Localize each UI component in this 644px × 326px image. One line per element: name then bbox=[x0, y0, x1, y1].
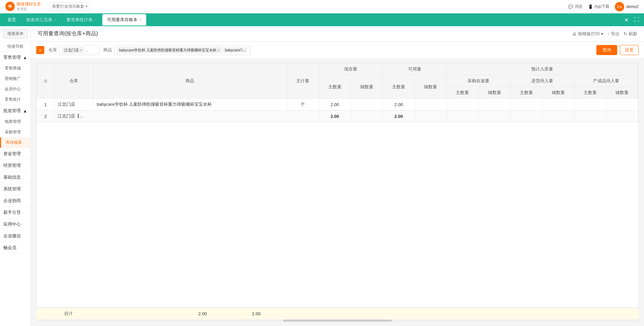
content-area: 可用量查询(按仓库+商品) 🖨 按模板打印 ▾ ↑ 导出 ↻ 刷新 bbox=[31, 26, 644, 326]
warehouse-more[interactable]: ... bbox=[85, 48, 89, 52]
nav-end-buttons: ✕ ⛶ bbox=[622, 16, 641, 24]
col-finished-pending-header: 产成品待入量 bbox=[574, 75, 638, 87]
product-filter-input[interactable]: babycare学饮杯 儿童防摔防撞吸管杯重力球吸嘴杯宝宝水杯 × babyca… bbox=[114, 45, 250, 55]
sidebar-section-wholesale-title[interactable]: 批发管理 ▲ bbox=[0, 105, 31, 117]
sidebar-item-quick-nav[interactable]: 快捷导航 bbox=[0, 42, 31, 52]
warehouse-filter-input[interactable]: 江北门店 × ... bbox=[59, 45, 99, 55]
tab-receipt-summary[interactable]: 收发存汇总表 × bbox=[21, 14, 61, 26]
close-nav-btn[interactable]: ✕ bbox=[622, 16, 631, 24]
app-logo-icon: 畅 bbox=[5, 2, 15, 11]
query-button[interactable]: 查询 bbox=[596, 45, 617, 55]
refresh-btn[interactable]: ↻ 刷新 bbox=[624, 31, 637, 37]
settings-button[interactable]: 设置 bbox=[620, 45, 639, 55]
row-ip-aux bbox=[542, 99, 574, 110]
col-fp-main-header: 主数量 bbox=[574, 87, 606, 99]
tab-home[interactable]: 首页 bbox=[3, 15, 21, 25]
user-area[interactable]: Ea demo2 bbox=[615, 2, 639, 11]
product-tag-2-text: babycare?... bbox=[225, 48, 246, 52]
sidebar-item-purchase[interactable]: 采购管理 bbox=[0, 127, 31, 137]
row-index: 1 bbox=[37, 99, 54, 110]
table-container: ⚙ 仓库 商品 主计量 现存量 可用量 预计入库量 主数量 辅数量 bbox=[36, 63, 639, 308]
tab-receipt-label: 收发存汇总表 bbox=[26, 17, 52, 23]
product-tag-1-text: babycare学饮杯 儿童防摔防撞吸管杯重力球吸嘴杯宝宝水杯 bbox=[119, 48, 216, 53]
sidebar-section-enterprise-wechat: 企业微信 bbox=[0, 230, 31, 242]
filter-actions: 查询 设置 bbox=[596, 45, 639, 55]
col-settings-header[interactable]: ⚙ bbox=[37, 63, 54, 99]
subtotal-fp-main bbox=[574, 110, 606, 122]
col-pt-main-header: 主数量 bbox=[446, 87, 478, 99]
filter-expand-btn[interactable]: » bbox=[36, 46, 44, 54]
sidebar-section-system-title[interactable]: 系统管理 bbox=[0, 183, 31, 195]
tab-available-close[interactable]: × bbox=[140, 18, 142, 22]
tab-receipt-close[interactable]: × bbox=[54, 18, 56, 22]
col-warehouse-header: 仓库 bbox=[54, 63, 93, 99]
subtotal-avail-main: 2.00 bbox=[383, 110, 415, 122]
sidebar-section-vip-member: 畅会员 bbox=[0, 242, 31, 254]
avatar: Ea bbox=[615, 2, 624, 11]
sidebar-section-operations-title[interactable]: 经营管理 bbox=[0, 160, 31, 171]
product-tag-1: babycare学饮杯 儿童防摔防撞吸管杯重力球吸嘴杯宝宝水杯 × bbox=[117, 47, 222, 53]
app-logo-sub: 标准版 bbox=[17, 7, 41, 11]
app-download-btn[interactable]: 📱 App下载 bbox=[588, 4, 609, 9]
export-btn[interactable]: ↑ 导出 bbox=[607, 31, 620, 37]
export-icon: ↑ bbox=[607, 31, 610, 36]
col-ip-aux-header: 辅数量 bbox=[542, 87, 574, 99]
subtotal-fp-aux bbox=[606, 110, 638, 122]
print-btn[interactable]: 🖨 按模板打印 ▾ bbox=[572, 31, 603, 37]
sidebar-section-enterprise-collab-title[interactable]: 企业协同 bbox=[0, 195, 31, 206]
tab-available-stock[interactable]: 可用量库存账本 × bbox=[102, 14, 146, 26]
sidebar-section-vip-member-title[interactable]: 畅会员 bbox=[0, 242, 31, 253]
print-chevron-icon: ▾ bbox=[601, 31, 603, 36]
message-btn[interactable]: 💬 消息 bbox=[568, 4, 583, 9]
sidebar-section-new-guide-title[interactable]: 新手引导 bbox=[0, 207, 31, 218]
sidebar-item-inventory[interactable]: 库存核算 bbox=[0, 137, 31, 148]
refresh-icon: ↻ bbox=[624, 31, 627, 36]
row-stock-aux bbox=[351, 99, 383, 110]
col-available-header: 可用量 bbox=[383, 63, 446, 75]
sidebar-section-enterprise-collab: 企业协同 bbox=[0, 195, 31, 207]
fullscreen-nav-btn[interactable]: ⛶ bbox=[632, 16, 641, 24]
row-warehouse: 江北门店 bbox=[54, 99, 93, 110]
subtotal-stock-main: 2.00 bbox=[319, 110, 351, 122]
sidebar-section-new-guide: 新手引导 bbox=[0, 207, 31, 219]
expand-icon: » bbox=[39, 47, 42, 53]
sidebar-section-finance: 资金管理 bbox=[0, 148, 31, 160]
industry-selector[interactable]: 母婴行业演示账套 ▾ bbox=[49, 2, 91, 11]
sidebar-section-enterprise-wechat-title[interactable]: 企业微信 bbox=[0, 230, 31, 242]
sidebar-item-marketing[interactable]: 营销推广 bbox=[0, 74, 31, 84]
scroll-thumb[interactable] bbox=[283, 320, 391, 322]
search-menu-btn[interactable]: 搜索菜单 bbox=[3, 29, 28, 39]
tab-order-stats[interactable]: 要货单统计表 × bbox=[62, 14, 101, 26]
logo-abbr: 畅 bbox=[8, 4, 12, 9]
sidebar-section-basic-info-title[interactable]: 基础信息 bbox=[0, 172, 31, 183]
row-ip-main bbox=[511, 99, 542, 110]
col-stock-aux-header: 辅数量 bbox=[351, 75, 383, 99]
footer-avail-main: 2.00 bbox=[243, 311, 270, 316]
tab-order-close[interactable]: × bbox=[95, 18, 97, 22]
product-filter-label: 商品 bbox=[103, 47, 112, 53]
sidebar-item-retail-mall[interactable]: 零售商城 bbox=[0, 63, 31, 74]
col-unit-header: 主计量 bbox=[287, 63, 319, 99]
gear-icon[interactable]: ⚙ bbox=[44, 79, 48, 84]
subtotal-avail-aux bbox=[415, 110, 446, 122]
row-fp-aux bbox=[606, 99, 638, 110]
product-filter-group: 商品 babycare学饮杯 儿童防摔防撞吸管杯重力球吸嘴杯宝宝水杯 × bab… bbox=[103, 45, 250, 55]
sidebar-item-ecommerce[interactable]: 电商管理 bbox=[0, 117, 31, 127]
product-tag-1-remove[interactable]: × bbox=[217, 48, 219, 52]
nav-tabs-bar: 首页 收发存汇总表 × 要货单统计表 × 可用量库存账本 × ✕ ⛶ bbox=[0, 13, 644, 26]
sidebar-section-finance-title[interactable]: 资金管理 bbox=[0, 148, 31, 159]
print-icon: 🖨 bbox=[572, 31, 577, 36]
download-icon: 📱 bbox=[588, 4, 593, 9]
sidebar-item-retail-stats[interactable]: 零售统计 bbox=[0, 94, 31, 105]
row-pt-aux bbox=[478, 99, 510, 110]
col-forecast-header: 预计入库量 bbox=[446, 63, 638, 75]
sidebar-item-member-center[interactable]: 会员中心 bbox=[0, 84, 31, 94]
inventory-table: ⚙ 仓库 商品 主计量 现存量 可用量 预计入库量 主数量 辅数量 bbox=[37, 63, 638, 122]
sidebar-search-area: 搜索菜单 bbox=[0, 26, 31, 42]
app-logo-text: 畅捷通好生意 bbox=[17, 2, 41, 6]
warehouse-tag-remove[interactable]: × bbox=[80, 48, 82, 52]
sidebar-section-retail-title[interactable]: 零售管理 ▲ bbox=[0, 52, 31, 63]
footer-stock-aux bbox=[216, 311, 243, 316]
col-avail-main-header: 主数量 bbox=[383, 75, 415, 99]
sidebar-section-app-center-title[interactable]: 应用中心 bbox=[0, 219, 31, 230]
